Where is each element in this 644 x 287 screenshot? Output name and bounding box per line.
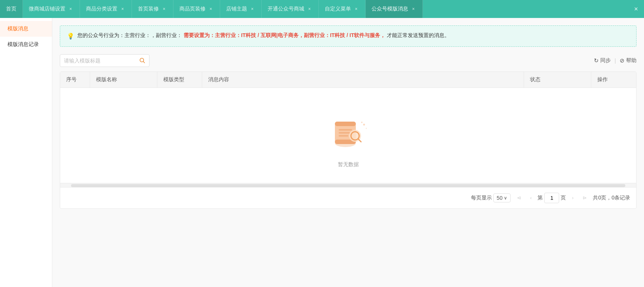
page-suffix: 页 xyxy=(561,195,566,201)
last-page-button[interactable]: ⊳ xyxy=(579,193,590,203)
empty-illustration xyxy=(326,110,371,155)
nav-item-5[interactable]: 店铺主题× xyxy=(220,0,262,18)
nav-item-8[interactable]: 公众号模版消息× xyxy=(366,0,423,18)
table-header: 序号 模版名称 模版类型 消息内容 状态 操作 xyxy=(60,72,636,88)
page-prefix: 第 xyxy=(537,195,543,201)
svg-point-13 xyxy=(366,128,367,129)
nav-item-label-2: 商品分类设置 xyxy=(86,6,117,12)
nav-item-7[interactable]: 自定义菜单× xyxy=(319,0,366,18)
svg-rect-6 xyxy=(339,129,352,131)
horizontal-scrollbar[interactable] xyxy=(60,183,637,187)
page-size-dropdown[interactable]: 50 ∨ xyxy=(493,193,511,202)
help-icon: ⊘ xyxy=(620,57,625,64)
nav-item-4[interactable]: 商品页装修× xyxy=(173,0,220,18)
next-page-button[interactable]: › xyxy=(567,193,578,203)
page-number-input[interactable] xyxy=(544,193,559,203)
page-size-value: 50 xyxy=(497,195,503,201)
notice-text: 您的公众号行业为：主营行业：，副营行业： 需要设置为：主营行业：IT科技 / 互… xyxy=(77,31,450,39)
nav-item-close-4[interactable]: × xyxy=(208,6,214,12)
page-navigation: ⊲ ‹ 第 页 › ⊳ xyxy=(514,193,590,203)
sidebar-item-0[interactable]: 模版消息 xyxy=(0,21,52,37)
page-size-chevron-icon: ∨ xyxy=(504,195,507,201)
nav-item-label-0: 首页 xyxy=(6,6,16,12)
toolbar-divider: | xyxy=(614,58,616,64)
nav-item-label-8: 公众号模版消息 xyxy=(372,6,408,12)
nav-item-close-5[interactable]: × xyxy=(249,6,255,12)
notice-banner: 💡 您的公众号行业为：主营行业：，副营行业： 需要设置为：主营行业：IT科技 /… xyxy=(60,25,637,47)
nav-item-close-1[interactable]: × xyxy=(68,6,74,12)
nav-item-1[interactable]: 微商城店铺设置× xyxy=(23,0,80,18)
first-page-button[interactable]: ⊲ xyxy=(514,193,524,203)
close-all-button[interactable]: × xyxy=(628,0,644,18)
search-button[interactable] xyxy=(136,55,149,67)
nav-item-6[interactable]: 开通公众号商城× xyxy=(262,0,319,18)
nav-item-label-6: 开通公众号商城 xyxy=(268,6,304,12)
scrollbar-track xyxy=(71,184,625,187)
main-layout: 模版消息模版消息记录 💡 您的公众号行业为：主营行业：，副营行业： 需要设置为：… xyxy=(0,18,644,287)
svg-point-14 xyxy=(361,122,363,123)
notice-icon: 💡 xyxy=(67,31,74,41)
svg-rect-4 xyxy=(335,122,356,126)
svg-point-12 xyxy=(363,123,365,125)
page-size-select: 每页显示 50 ∨ xyxy=(471,193,511,202)
sync-icon: ↻ xyxy=(594,57,599,64)
nav-item-label-4: 商品页装修 xyxy=(179,6,206,12)
nav-item-label-1: 微商城店铺设置 xyxy=(29,6,65,12)
empty-state: 暂无数据 xyxy=(60,88,636,183)
svg-line-1 xyxy=(144,61,145,63)
col-index: 序号 xyxy=(60,72,90,88)
svg-rect-8 xyxy=(339,135,348,137)
help-button[interactable]: ⊘ 帮助 xyxy=(620,57,637,64)
col-name: 模版名称 xyxy=(90,72,157,88)
sync-button[interactable]: ↻ 同步 xyxy=(594,57,611,64)
nav-item-3[interactable]: 首页装修× xyxy=(132,0,173,18)
top-nav: 首页微商城店铺设置×商品分类设置×首页装修×商品页装修×店铺主题×开通公众号商城… xyxy=(0,0,644,18)
page-size-label: 每页显示 xyxy=(471,195,492,201)
nav-item-close-8[interactable]: × xyxy=(410,6,416,12)
nav-item-label-5: 店铺主题 xyxy=(226,6,247,12)
nav-item-label-7: 自定义菜单 xyxy=(325,6,351,12)
col-content: 消息内容 xyxy=(202,72,524,88)
prev-page-button[interactable]: ‹ xyxy=(526,193,536,203)
col-type: 模版类型 xyxy=(157,72,202,88)
svg-rect-7 xyxy=(339,132,350,134)
empty-text: 暂无数据 xyxy=(338,161,359,168)
sidebar-item-1[interactable]: 模版消息记录 xyxy=(0,37,52,52)
notice-highlight: 需要设置为：主营行业：IT科技 / 互联网|电子商务，副营行业：IT科技 / I… xyxy=(184,32,386,38)
col-action: 操作 xyxy=(591,72,636,88)
nav-item-0[interactable]: 首页 xyxy=(0,0,23,18)
nav-item-close-2[interactable]: × xyxy=(120,6,126,12)
content-area: 💡 您的公众号行业为：主营行业：，副营行业： 需要设置为：主营行业：IT科技 /… xyxy=(52,18,644,287)
search-input-wrap xyxy=(60,54,150,67)
toolbar-right: ↻ 同步 | ⊘ 帮助 xyxy=(594,57,637,64)
search-bar: ↻ 同步 | ⊘ 帮助 xyxy=(60,54,637,67)
nav-item-close-6[interactable]: × xyxy=(306,6,312,12)
col-status: 状态 xyxy=(524,72,591,88)
sidebar: 模版消息模版消息记录 xyxy=(0,18,52,287)
pagination: 每页显示 50 ∨ ⊲ ‹ 第 页 › ⊳ 共0页，0条记录 xyxy=(60,187,636,208)
nav-item-2[interactable]: 商品分类设置× xyxy=(80,0,132,18)
nav-item-close-3[interactable]: × xyxy=(161,6,167,12)
data-table: 序号 模版名称 模版类型 消息内容 状态 操作 xyxy=(60,71,637,209)
total-records: 共0页，0条记录 xyxy=(593,195,630,201)
nav-item-label-3: 首页装修 xyxy=(138,6,159,12)
nav-item-close-7[interactable]: × xyxy=(353,6,359,12)
